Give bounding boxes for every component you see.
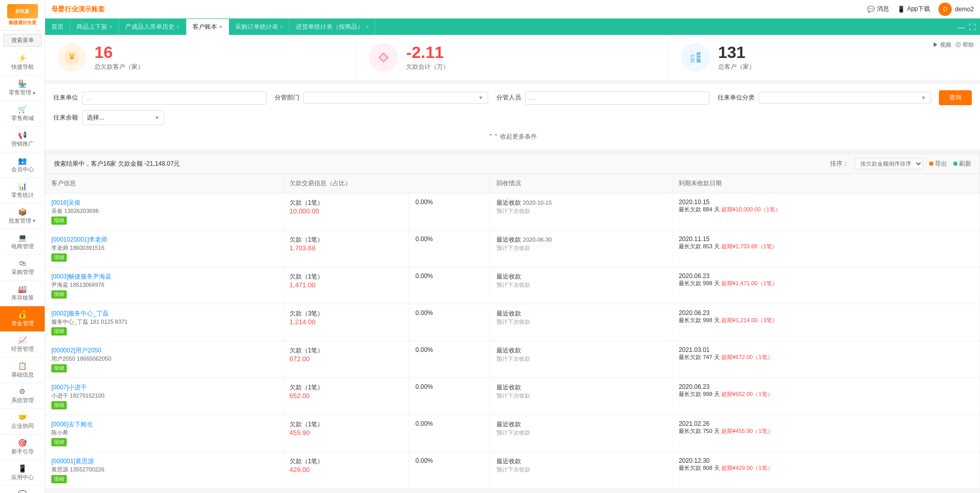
debt-label: 欠款（1笔） <box>290 235 402 244</box>
customer-id-link[interactable]: [0003]畅捷服务尹海蓝 <box>51 272 277 281</box>
tab-home[interactable]: 首页 <box>45 19 70 35</box>
customer-id-link[interactable]: [000001]黄思源 <box>51 457 277 466</box>
retail-mall-icon: 🛒 <box>2 105 43 113</box>
quick-nav-icon: ⚡ <box>2 54 43 62</box>
sidebar-item-member[interactable]: 👥 会员中心 <box>0 152 45 178</box>
tab-product-history[interactable]: 产成品入库单历史 × <box>119 19 186 35</box>
filter-balance-input[interactable]: 选择... ▼ <box>82 110 164 125</box>
customer-id-link[interactable]: [0001020001]李老师 <box>51 235 277 244</box>
search-menu-btn[interactable]: 搜索菜单 <box>3 34 42 47</box>
debt-amount[interactable]: 1,703.68 <box>290 244 402 252</box>
search-button[interactable]: 查询 <box>939 90 972 105</box>
collection-cell: 最近收款 预计下次收款 <box>490 415 672 452</box>
collection-cell: 最近收款 2020-10-15 预计下次收款 <box>490 193 672 230</box>
filter-category-input[interactable]: ▼ <box>759 92 931 104</box>
customer-id-link[interactable]: [0006]去下粮仓 <box>51 420 277 429</box>
debt-amount[interactable]: 455.90 <box>290 429 402 437</box>
tabs-expand-btn[interactable]: ⛶ <box>969 23 976 31</box>
sidebar-item-purchase[interactable]: 🛍 采购管理 <box>0 255 45 281</box>
customer-tag: 现销 <box>51 290 67 299</box>
sidebar-item-inventory[interactable]: 🏭 库存核算 <box>0 281 45 306</box>
filter-dept-input[interactable]: ▼ <box>303 92 488 104</box>
customer-phone: 尹海蓝 18513066976 <box>51 281 277 289</box>
overdue-amount-link[interactable]: 超期¥1,471.00（1笔） <box>721 280 778 286</box>
tab-product-offline[interactable]: 商品上下架 × <box>70 19 119 35</box>
overdue-amount-link[interactable]: 超期¥1,703.68（1笔） <box>721 243 778 249</box>
overdue-amount-link[interactable]: 超期¥672.00（1笔） <box>721 354 773 360</box>
overdue-amount-link[interactable]: 超期¥652.00（1笔） <box>721 391 773 397</box>
overdue-amount-link[interactable]: 超期¥10,000.00（1笔） <box>721 206 781 212</box>
sidebar-item-app-center[interactable]: 📱 应用中心 <box>0 460 45 486</box>
overdue-amount-link[interactable]: 超期¥1,214.00（3笔） <box>721 317 778 323</box>
collection-cell: 最近收款 预计下次收款 <box>490 378 672 415</box>
table-row: [0002]服务中心_丁磊 服务中心_丁磊 181 0125 8371 现销 欠… <box>45 304 980 341</box>
customer-id-link[interactable]: [0007]小进干 <box>51 383 277 392</box>
sidebar-item-operation[interactable]: 📈 经营管理 <box>0 332 45 358</box>
tabs-collapse-btn[interactable]: — <box>957 23 965 31</box>
sidebar-item-retail-mall[interactable]: 🛒 零售商城 <box>0 101 45 127</box>
sidebar-item-ecommerce[interactable]: 💻 电商管理 <box>0 229 45 255</box>
refresh-btn[interactable]: 刷新 <box>953 160 971 168</box>
export-btn[interactable]: 导出 <box>929 160 947 168</box>
page-content: ¥ 16 总欠款客户（家） <box>45 35 980 493</box>
debt-amount[interactable]: 429.00 <box>290 466 402 474</box>
tab-close-icon[interactable]: × <box>177 24 180 30</box>
debt-amount[interactable]: 672.00 <box>290 355 402 363</box>
debt-amount[interactable]: 652.00 <box>290 392 402 400</box>
customer-id-link[interactable]: [0016]吴俊 <box>51 199 277 207</box>
due-date-cell: 2021.02.26 最长欠款 750 天 超期¥455.90（1笔） <box>672 415 980 452</box>
predict-label: 预计下次收款 <box>496 319 530 325</box>
tab-close-icon[interactable]: × <box>366 24 369 30</box>
tab-customer-account[interactable]: 客户账本 × <box>186 19 229 35</box>
debt-amount[interactable]: 1,214.00 <box>290 318 402 326</box>
debt-info-cell: 欠款（1笔） 429.00 <box>283 452 409 489</box>
sidebar-item-finance[interactable]: 💰 资金管理 <box>0 306 45 332</box>
customer-id-link[interactable]: [0002]服务中心_丁磊 <box>51 309 277 318</box>
debt-label: 欠款（1笔） <box>290 272 402 281</box>
sidebar-item-label: 采购管理 <box>2 268 43 276</box>
filter-unit-input[interactable]: ... <box>82 91 266 105</box>
sidebar-item-batch-mgmt[interactable]: 📦 批发管理 ▼ <box>0 204 45 229</box>
tab-purchase-order[interactable]: 采购订单统计表 × <box>229 19 290 35</box>
debt-customers-label: 总欠款客户（家） <box>94 63 144 71</box>
debt-info-cell: 欠款（1笔） 652.00 <box>283 378 409 415</box>
sidebar-item-system[interactable]: ⚙ 系统管理 <box>0 383 45 409</box>
customer-phone: 用户2050 18665062050 <box>51 355 277 363</box>
sidebar-item-marketing[interactable]: 📢 营销推广 <box>0 127 45 152</box>
help-btn[interactable]: ⓪ 帮助 <box>955 41 974 49</box>
message-btn[interactable]: 💬 消息 <box>867 5 889 13</box>
filter-person-input[interactable]: ... <box>525 91 709 105</box>
tab-close-icon[interactable]: × <box>109 24 112 30</box>
sidebar-item-basic-info[interactable]: 📋 基础信息 <box>0 358 45 383</box>
sidebar-item-retail-stat[interactable]: 📊 零售统计 <box>0 178 45 204</box>
filter-row-2: 往来余额 选择... ▼ <box>53 110 972 125</box>
tab-label: 产成品入库单历史 <box>125 23 175 31</box>
overdue-amount-link[interactable]: 超期¥429.00（1笔） <box>721 465 773 471</box>
sort-select[interactable]: 按欠款金额倒序排序 <box>855 158 923 169</box>
tab-close-icon[interactable]: × <box>219 24 222 30</box>
sidebar-item-retail-mgmt[interactable]: 🏪 零售管理 ▲ <box>0 75 45 101</box>
sidebar-item-newbie[interactable]: 🎯 新手引导 <box>0 435 45 460</box>
brand-label: 畅捷通好生意 <box>3 19 42 26</box>
sidebar-item-enterprise-wechat[interactable]: 💬 企业微信 <box>0 486 45 493</box>
tab-inventory-stat[interactable]: 进货单统计表（按商品） × <box>290 19 375 35</box>
customer-id-link[interactable]: [000002]用户2050 <box>51 346 277 355</box>
debt-amount[interactable]: 10,000.00 <box>290 207 402 215</box>
debt-label: 欠款（1笔） <box>290 420 402 429</box>
due-date: 2020.11.15 <box>679 235 973 243</box>
filter-collapse-btn[interactable]: ⌃⌃ 收起更多条件 <box>53 130 972 143</box>
table-row: [0007]小进干 小进干 18279152100 现销 欠款（1笔） 652.… <box>45 378 980 415</box>
tab-close-icon[interactable]: × <box>280 24 283 30</box>
main-content: 母婴行业演示账套 💬 消息 📱 App下载 D demo2 首页 <box>45 0 980 493</box>
balance-arrow-icon: ▼ <box>155 115 160 121</box>
user-menu[interactable]: D demo2 <box>938 3 974 16</box>
sidebar-item-enterprise-collab[interactable]: 🤝 企业协同 <box>0 409 45 435</box>
overdue-days: 最长欠款 884 天 超期¥10,000.00（1笔） <box>679 206 973 213</box>
debt-amount[interactable]: 1,471.00 <box>290 281 402 289</box>
app-download-btn[interactable]: 📱 App下载 <box>897 5 930 13</box>
recent-date: 2020-06-30 <box>523 236 552 243</box>
sidebar-item-quick-nav[interactable]: ⚡ 快捷导航 <box>0 50 45 75</box>
video-btn[interactable]: ▶ 视频 <box>933 41 951 49</box>
overdue-amount-link[interactable]: 超期¥455.90（1笔） <box>721 428 773 434</box>
stat-card-debt-customers: ¥ 16 总欠款客户（家） <box>45 35 357 80</box>
